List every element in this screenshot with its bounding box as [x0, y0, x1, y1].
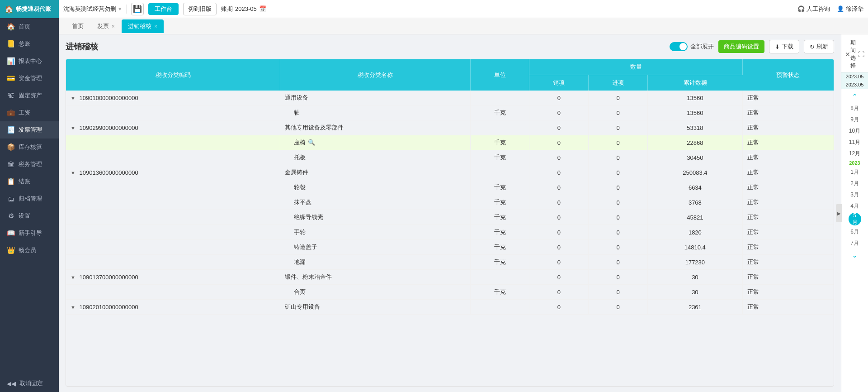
close-panel-icon[interactable]: ✕ [845, 51, 850, 58]
sidebar-item-label: 固定资产 [19, 91, 42, 100]
expand-icon[interactable]: ▼ [71, 275, 75, 280]
status-cell: 正常 [742, 195, 834, 210]
status-cell: 正常 [742, 225, 834, 240]
sale-cell: 0 [529, 91, 589, 105]
expand-panel-icon[interactable]: ⛶ [858, 51, 864, 58]
sidebar-item-reports[interactable]: 📊 报表中心 [0, 53, 59, 70]
sidebar-item-label: 总账 [19, 40, 30, 48]
sidebar-item-label: 畅会员 [19, 246, 36, 254]
table-row: ▼ 109020100000000000 矿山专用设备 0 0 2361 正常 [66, 300, 834, 315]
old-version-button[interactable]: 切到旧版 [183, 3, 217, 15]
user-menu[interactable]: 👤 徐泽华 [837, 5, 863, 13]
calendar-icon[interactable]: 📅 [259, 5, 266, 12]
ledger-icon: 📒 [7, 40, 15, 48]
total-cell: 2361 [648, 300, 742, 315]
toggle-all-control[interactable]: 全部展开 [670, 42, 714, 51]
tax-code-cell [66, 285, 280, 300]
purchase-cell: 0 [589, 300, 648, 315]
month-6[interactable]: 6月 [841, 226, 868, 238]
expand-icon[interactable]: ▼ [71, 170, 75, 176]
month-5-active[interactable]: 5月 [849, 213, 861, 225]
sidebar-item-guide[interactable]: 📖 新手引导 [0, 225, 59, 242]
sidebar-item-home[interactable]: 🏠 首页 [0, 18, 59, 35]
toggle-switch[interactable] [670, 42, 688, 51]
guide-icon: 📖 [7, 229, 15, 237]
tab-invoice[interactable]: 发票 × [91, 19, 121, 33]
sidebar-logo: 🏠 畅捷通易代账 [0, 0, 59, 18]
tab-reconciliation-close[interactable]: × [154, 24, 157, 29]
sale-cell: 0 [529, 165, 589, 180]
sidebar-item-salary[interactable]: 💼 工资 [0, 104, 59, 121]
sale-cell: 0 [529, 255, 589, 270]
expand-icon[interactable]: ▼ [71, 305, 75, 310]
total-cell: 53318 [648, 120, 742, 135]
support-button[interactable]: 🎧 人工咨询 [797, 5, 830, 13]
refresh-button[interactable]: ↻ 刷新 [804, 40, 834, 53]
tax-code-cell [66, 135, 280, 150]
headset-icon: 🎧 [797, 5, 805, 12]
sidebar-item-vip[interactable]: 👑 畅会员 [0, 242, 59, 259]
refresh-label: 刷新 [816, 43, 828, 51]
sidebar-item-fixed-assets[interactable]: 🏗 固定资产 [0, 87, 59, 104]
total-cell: 30 [648, 285, 742, 300]
workbench-button[interactable]: 工作台 [148, 3, 179, 15]
tab-reconciliation[interactable]: 进销稽核 × [122, 19, 163, 33]
sidebar-item-tax[interactable]: 🏛 税务管理 [0, 156, 59, 173]
status-cell: 正常 [742, 180, 834, 195]
sidebar-item-settings[interactable]: ⚙ 设置 [0, 207, 59, 225]
month-4[interactable]: 4月 [841, 201, 868, 212]
month-1[interactable]: 1月 [841, 167, 868, 178]
tab-home[interactable]: 首页 [66, 19, 90, 33]
panel-toggle-button[interactable]: ▶ [836, 204, 842, 222]
purchase-cell: 0 [589, 120, 648, 135]
tax-name-cell: 金属铸件 [280, 165, 470, 180]
save-button[interactable]: 💾 [131, 3, 144, 15]
status-cell: 正常 [742, 285, 834, 300]
sidebar-item-archive[interactable]: 🗂 归档管理 [0, 190, 59, 207]
expand-icon[interactable]: ▼ [71, 96, 75, 101]
tab-invoice-close[interactable]: × [112, 24, 114, 29]
sidebar-item-invoice[interactable]: 🧾 发票管理 [0, 121, 59, 139]
sale-cell: 0 [529, 210, 589, 225]
month-2[interactable]: 2月 [841, 178, 868, 189]
sidebar-item-label: 结账 [19, 177, 30, 186]
purchase-cell: 0 [589, 285, 648, 300]
period-up-button[interactable]: ⌃ [850, 91, 859, 103]
purchase-cell: 0 [589, 135, 648, 150]
total-cell: 13560 [648, 105, 742, 120]
month-11[interactable]: 11月 [841, 137, 868, 148]
month-8[interactable]: 8月 [841, 103, 868, 114]
table-row: 座椅🔍 千克 0 0 22868 正常 [66, 135, 834, 150]
download-button[interactable]: ⬇ 下载 [769, 40, 799, 53]
sale-cell: 0 [529, 120, 589, 135]
toggle-all-label: 全部展开 [690, 43, 714, 51]
month-12[interactable]: 12月 [841, 148, 868, 159]
sidebar-unpin-button[interactable]: ◀◀ 取消固定 [0, 375, 59, 392]
company-selector[interactable]: 沈海英测试经营勿删 ▾ [63, 5, 122, 13]
month-9[interactable]: 9月 [841, 114, 868, 125]
tax-name-cell: 托板 [280, 150, 470, 165]
tab-home-label: 首页 [72, 22, 84, 30]
sidebar-item-label: 新手引导 [19, 229, 42, 237]
expand-icon[interactable]: ▼ [71, 125, 75, 131]
tax-code-cell [66, 180, 280, 195]
purchase-cell: 0 [589, 91, 648, 105]
month-3[interactable]: 3月 [841, 189, 868, 201]
col-sale: 销项 [529, 75, 589, 91]
sidebar-item-label: 工资 [19, 109, 30, 117]
month-10[interactable]: 10月 [841, 125, 868, 137]
sidebar-item-checkout[interactable]: 📋 结账 [0, 173, 59, 190]
sidebar-item-inventory[interactable]: 📦 库存核算 [0, 139, 59, 156]
period-down-button[interactable]: ⌄ [850, 249, 859, 261]
col-tax-code: 税收分类编码 [66, 59, 280, 91]
purchase-cell: 0 [589, 240, 648, 255]
home-icon: 🏠 [7, 23, 15, 31]
table-row: 合页 千克 0 0 30 正常 [66, 285, 834, 300]
product-code-button[interactable]: 商品编码设置 [718, 40, 764, 53]
sidebar-item-ledger[interactable]: 📒 总账 [0, 35, 59, 53]
sidebar-item-label: 设置 [19, 212, 30, 220]
month-7[interactable]: 7月 [841, 238, 868, 249]
search-icon[interactable]: 🔍 [308, 139, 315, 146]
logo-text: 畅捷通易代账 [16, 5, 51, 13]
sidebar-item-funds[interactable]: 💳 资金管理 [0, 70, 59, 87]
